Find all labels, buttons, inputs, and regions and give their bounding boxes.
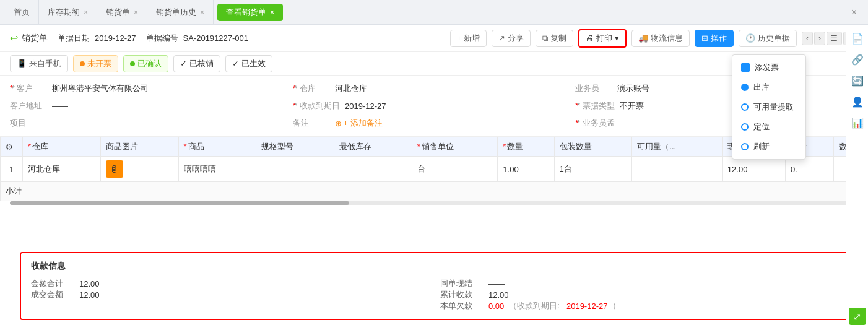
customer-value: 柳州粤港平安气体有限公司 [52,83,149,94]
meta-no-label: 单据编号 [146,33,178,44]
window-close[interactable]: × [845,7,863,18]
tab-sales[interactable]: 销货单 × [97,0,147,25]
meta-date-label: 单据日期 [58,33,90,44]
share-icon: ↗ [498,33,505,43]
outbound-icon [741,84,749,91]
warehouse-field: * * 仓库 河北仓库 [293,83,576,94]
ticket-value: 不开票 [620,100,644,111]
cancel-sale-button[interactable]: ✓ 已核销 [173,55,220,72]
row-unit: 台 [412,157,498,182]
tab-view-sales[interactable]: 查看销货单 × [217,4,283,21]
confirmed-button[interactable]: 已确认 [123,55,168,72]
total-amount-row: 金额合计 12.00 [31,278,428,289]
add-note-button[interactable]: ⊕ + 添加备注 [335,118,383,129]
tab-home[interactable]: 首页 [5,0,39,25]
salesman2-field: * * 业务员孟 —— [575,118,858,129]
sidebar-refresh-icon[interactable]: 🔄 [849,72,866,89]
history-button[interactable]: 🕐 历史单据 [739,30,797,47]
add-note-icon: ⊕ [335,119,342,128]
print-icon: 🖨 [586,33,594,43]
next-button[interactable]: › [814,32,825,45]
deal-amount-label: 成交金额 [31,289,74,300]
tab-bar: 首页 库存期初 × 销货单 × 销货单历史 × 查看销货单 × × [0,0,868,25]
confirmed-dot [130,61,135,66]
subtotal-label: 小计 [1,182,868,201]
new-button[interactable]: + 新增 [450,30,487,47]
tab-view-sales-close[interactable]: × [270,8,274,17]
total-amount-label: 金额合计 [31,278,74,289]
payment-info: 收款信息 金额合计 12.00 成交金额 12.00 [20,252,848,320]
table-row: 1 河北仓库 🛢 嘻嘻嘻嘻 台 1.00 1台 [1,157,868,182]
th-product: *商品 [178,137,256,157]
print-dropdown-icon: ▾ [615,33,619,43]
address-value: —— [52,102,68,111]
effective-icon: ✓ [232,59,239,68]
scroll-thumb [10,201,349,205]
tab-sales-history[interactable]: 销货单历史 × [147,0,214,25]
effective-button[interactable]: ✓ 已生效 [225,55,272,72]
due-note: （收款到期日: [509,300,560,311]
row-pkg-qty: 1台 [554,157,632,182]
salesman2-value: —— [620,119,636,128]
row-warehouse: 河北仓库 [23,157,101,182]
scroll-indicator[interactable] [10,201,858,205]
row-spec [256,157,334,182]
dropdown-menu: 添发票 出库 可用量提取 定位 刷新 [732,54,806,160]
sidebar-user-icon[interactable]: 👤 [849,93,866,110]
share-button[interactable]: ↗ 分享 [492,30,531,47]
th-settings[interactable]: ⚙ [1,137,23,157]
deal-amount-value: 12.00 [79,290,100,300]
menu-outbound[interactable]: 出库 [732,77,805,97]
bottom-section: 收款信息 金额合计 12.00 成交金额 12.00 [0,247,868,330]
cancel-icon: ✓ [180,59,187,68]
tab-inventory[interactable]: 库存期初 × [39,0,97,25]
cumulative-row: 累计收款 12.00 [440,289,837,300]
salesman-value: 演示账号 [617,83,649,94]
sidebar-expand-icon[interactable]: ⤢ [849,308,866,325]
list-view-button[interactable]: ☰ [827,32,842,45]
copy-button[interactable]: ⧉ 复制 [536,30,573,47]
due-close: ） [612,300,620,311]
due-amount-row: 本单欠款 0.00 （收款到期日: 2019-12-27 ） [440,300,837,311]
cumulative-value: 12.00 [488,290,509,300]
note-field: 备注 ⊕ + 添加备注 [293,118,576,129]
project-field: 项目 —— [10,118,293,129]
tab-inventory-close[interactable]: × [84,8,88,17]
salesman-field: 业务员 演示账号 [575,83,858,94]
warehouse-value: 河北仓库 [335,83,367,94]
product-image: 🛢 [106,160,123,178]
total-amount-value: 12.00 [79,279,100,289]
project-value: —— [52,119,68,128]
prev-button[interactable]: ‹ [802,32,813,45]
right-sidebar: 📄 🔗 🔄 👤 📊 ⤢ [846,25,868,330]
app-wrapper: 首页 库存期初 × 销货单 × 销货单历史 × 查看销货单 × × ↩ 销货单 [0,0,868,330]
not-opened-button[interactable]: 未开票 [73,55,118,72]
meta-date-value: 2019-12-27 [95,33,136,43]
meta-no-value: SA-20191227-001 [183,33,249,43]
form-meta-no: 单据编号 SA-20191227-001 [146,33,249,44]
sidebar-doc-icon[interactable]: 📄 [849,30,866,47]
due-date-note: 2019-12-27 [566,302,608,311]
sidebar-link-icon[interactable]: 🔗 [849,51,866,68]
tab-sales-close[interactable]: × [134,8,138,17]
cash-label: 同单现结 [440,278,484,289]
refresh-icon [741,143,749,150]
logistics-button[interactable]: 🚚 物流信息 [631,30,690,47]
row-min-stock [334,157,412,182]
history-icon: 🕐 [745,33,755,43]
menu-locate[interactable]: 定位 [732,117,805,137]
cash-value: —— [488,279,505,289]
print-button[interactable]: 🖨 打印 ▾ [578,29,627,48]
menu-add-invoice[interactable]: 添发票 [732,58,805,77]
row-price: 0. [785,157,833,182]
tab-sales-history-close[interactable]: × [200,8,204,17]
operate-button[interactable]: ⊞ 操作 [695,30,734,47]
row-no: 1 [1,157,23,182]
sidebar-chart-icon[interactable]: 📊 [849,114,866,131]
menu-refresh[interactable]: 刷新 [732,137,805,157]
menu-available-extract[interactable]: 可用量提取 [732,97,805,117]
from-phone-button[interactable]: 📱 来自手机 [10,55,68,72]
row-available [632,157,723,182]
form-meta-date: 单据日期 2019-12-27 [58,33,136,44]
row-qty: 1.00 [498,157,554,182]
